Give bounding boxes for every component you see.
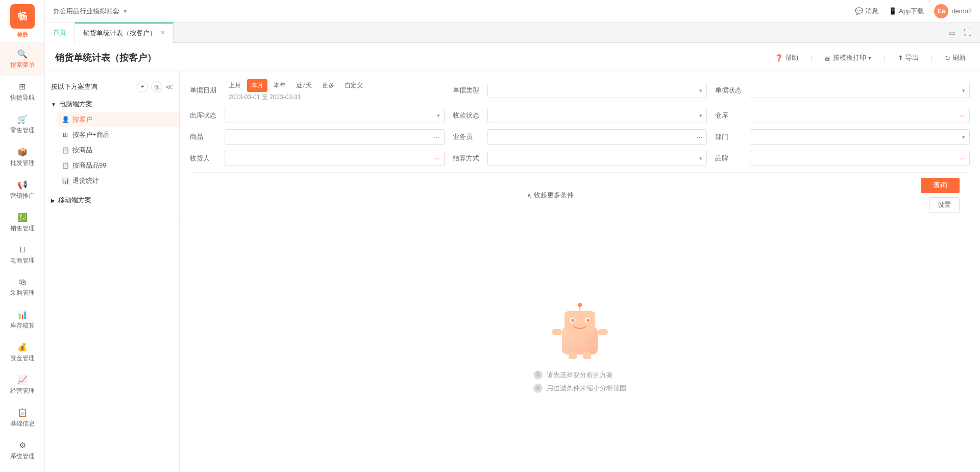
collapse-conditions-button[interactable]: ∧ 收起更多条件	[527, 191, 574, 200]
tab-close-icon[interactable]: ✕	[160, 30, 165, 36]
sidebar-item-finance[interactable]: 💰 资金管理	[0, 336, 44, 369]
scheme-item-by-product[interactable]: 📋 按商品	[57, 143, 179, 158]
sidebar-item-enterprise[interactable]: 🤝 企业协同	[0, 467, 44, 472]
user-icon: 👤	[61, 115, 69, 124]
warehouse-select[interactable]: ···	[750, 108, 970, 123]
scheme-item-label: 按客户+商品	[72, 130, 110, 139]
user-profile-button[interactable]: Ea demo2	[934, 4, 972, 18]
dept-label: 部门	[715, 132, 746, 141]
edit-scheme-button[interactable]: ◎	[151, 81, 162, 92]
doc-status-select[interactable]: ▾	[750, 83, 970, 98]
settlement-select[interactable]: ▾	[487, 151, 707, 166]
maximize-icon[interactable]: ⛶	[964, 28, 972, 37]
tabs-wrapper: 首页 销货单统计表（按客户） ✕ ▭ ⛶	[45, 22, 980, 43]
date-range-text: 2023-03-01 至 2023-03-31	[229, 93, 445, 102]
payment-status-select[interactable]: ▾	[487, 108, 707, 123]
date-more-btn[interactable]: 更多	[318, 79, 338, 92]
print-label: 按模板打印	[833, 53, 866, 62]
salesperson-select[interactable]: ···	[487, 129, 707, 145]
empty-illustration	[549, 301, 610, 362]
grid-icon: ⊞	[61, 131, 69, 139]
sidebar-item-operations[interactable]: 📈 经营管理	[0, 369, 44, 402]
empty-hint-2: ② 用过滤条件来缩小分析范围	[533, 384, 626, 393]
out-status-select[interactable]: ▾	[225, 108, 445, 123]
sidebar-item-search[interactable]: 🔍 搜索菜单	[0, 43, 44, 76]
scheme-item-label: 按客户	[72, 115, 92, 124]
sidebar-item-inventory[interactable]: 📊 库存核算	[0, 303, 44, 336]
scheme-item-by-customer[interactable]: 👤 按客户	[57, 112, 179, 127]
scheme-item-by-product99[interactable]: 📋 按商品品99	[57, 158, 179, 173]
settings-button[interactable]: 设置	[929, 197, 960, 213]
sidebar-item-label: 基础信息	[10, 419, 35, 428]
svg-point-5	[586, 319, 590, 322]
sidebar-item-purchase[interactable]: 🛍 采购管理	[0, 271, 44, 303]
sidebar-item-ecommerce[interactable]: 🖥 电商管理	[0, 239, 44, 271]
salesperson-label: 业务员	[453, 132, 483, 141]
dots-icon: ···	[697, 133, 703, 141]
add-scheme-button[interactable]: +	[137, 81, 148, 92]
user-avatar: Ea	[934, 4, 948, 18]
top-header: 办公用品行业模拟账套 ▾ 💬 消息 📱 App下载 Ea demo2	[45, 0, 980, 22]
brand-cell: 品牌 ···	[715, 151, 970, 166]
date-last7-btn[interactable]: 近7天	[292, 79, 316, 92]
minimize-icon[interactable]: ▭	[949, 29, 955, 37]
chart-icon: 📈	[17, 375, 28, 385]
refresh-button[interactable]: ↻ 刷新	[941, 51, 970, 64]
refresh-label: 刷新	[952, 53, 966, 62]
sidebar-item-marketing[interactable]: 📢 营销推广	[0, 174, 44, 206]
product-select[interactable]: ···	[225, 129, 445, 145]
scheme-item-by-customer-product[interactable]: ⊞ 按客户+商品	[57, 127, 179, 143]
cart-icon: 🛒	[17, 114, 28, 124]
collapse-panel-button[interactable]: ≪	[165, 83, 173, 91]
dept-cell: 部门 ▾	[715, 129, 970, 145]
date-this-month-btn[interactable]: 本月	[247, 79, 267, 92]
sidebar-item-system[interactable]: ⚙ 系统管理	[0, 434, 44, 467]
mobile-category[interactable]: ▶ 移动端方案	[45, 193, 179, 208]
product-cell: 商品 ···	[190, 129, 445, 145]
expand-icon: ▼	[51, 102, 56, 107]
dropdown-icon[interactable]: ▾	[124, 7, 127, 15]
print-button[interactable]: 🖨 按模板打印 ▾	[820, 51, 875, 64]
tab-home-label: 首页	[53, 28, 66, 37]
tab-home[interactable]: 首页	[45, 22, 75, 43]
chevron-down-icon: ▾	[699, 87, 702, 94]
sidebar-item-basic[interactable]: 📋 基础信息	[0, 402, 44, 434]
hint-num-2: ②	[533, 384, 543, 393]
svg-rect-10	[569, 352, 577, 359]
page-header: 销货单统计表（按客户） ❓ 帮助 | 🖨 按模板打印 ▾ | ⬆ 导出 |	[45, 43, 980, 71]
sidebar-item-quick-nav[interactable]: ⊞ 快捷导航	[0, 76, 44, 108]
dept-select[interactable]: ▾	[750, 129, 970, 145]
filter-rows: 单据日期 上月 本月 本年 近7天 更多 自定义	[190, 79, 970, 166]
sidebar: 畅 标胜 🔍 搜索菜单 ⊞ 快捷导航 🛒 零售管理 📦 批发管理 📢 营销推广 …	[0, 0, 45, 472]
out-status-label: 出库状态	[190, 111, 220, 120]
help-button[interactable]: ❓ 帮助	[771, 51, 802, 64]
receiver-select[interactable]: ···	[225, 151, 445, 166]
scheme-item-return-stats[interactable]: 📊 退货统计	[57, 173, 179, 188]
date-last-month-btn[interactable]: 上月	[225, 79, 245, 92]
scheme-panel: 按以下方案查询 + ◎ ≪ ▼	[45, 71, 180, 472]
doc-type-label: 单据类型	[453, 86, 483, 95]
query-button[interactable]: 查询	[921, 178, 960, 193]
message-button[interactable]: 💬 消息	[855, 7, 878, 16]
empty-hints: ① 请先选择要分析的方案 ② 用过滤条件来缩小分析范围	[533, 370, 626, 393]
sidebar-item-retail[interactable]: 🛒 零售管理	[0, 108, 44, 141]
desktop-category[interactable]: ▼ 电脑端方案	[45, 97, 179, 112]
brand-select[interactable]: ···	[750, 151, 970, 166]
sidebar-item-label: 快捷导航	[10, 93, 35, 102]
export-button[interactable]: ⬆ 导出	[894, 51, 923, 64]
export-icon: ⬆	[898, 54, 903, 62]
tab-sales-stats[interactable]: 销货单统计表（按客户） ✕	[75, 22, 174, 43]
gear-icon: ⚙	[19, 440, 26, 450]
finance-icon: 💰	[17, 342, 28, 352]
expand-icon: ▶	[51, 198, 55, 203]
category-label: 电脑端方案	[59, 100, 92, 109]
doc-status-filter-cell: 单据状态 ▾	[715, 83, 970, 98]
svg-rect-8	[552, 329, 562, 335]
sidebar-item-wholesale[interactable]: 📦 批发管理	[0, 141, 44, 174]
brand-label: 品牌	[715, 154, 746, 163]
date-custom-btn[interactable]: 自定义	[340, 79, 367, 92]
doc-type-select[interactable]: ▾	[487, 83, 707, 98]
sidebar-item-sales[interactable]: 💹 销售管理	[0, 206, 44, 239]
app-download-button[interactable]: 📱 App下载	[889, 7, 924, 16]
date-this-year-btn[interactable]: 本年	[270, 79, 290, 92]
